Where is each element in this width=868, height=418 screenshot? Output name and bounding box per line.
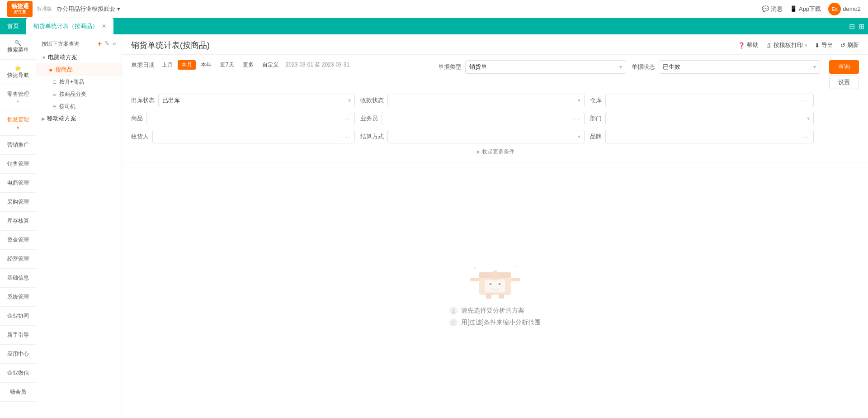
sidebar-collab-label: 企业协同: [2, 312, 34, 320]
help-btn[interactable]: ❓ 帮助: [738, 41, 759, 49]
brand-input[interactable]: ···: [605, 130, 814, 143]
page-actions: ❓ 帮助 🖨 按模板打印 ▾ ⬇ 导出 ↺ 刷新: [738, 41, 859, 49]
type-dropdown-icon: ▾: [619, 64, 622, 70]
scheme-add-icon[interactable]: +: [98, 40, 102, 48]
payment-input[interactable]: ▾: [387, 94, 584, 107]
sidebar: 🔍 搜索菜单 ⭐ 快捷导航 零售管理 ▾ 批发管理 ▴ 营销推广 销售管理 电商…: [0, 34, 36, 418]
department-input[interactable]: ▾: [605, 112, 814, 125]
svg-text:✦: ✦: [513, 264, 517, 269]
svg-rect-11: [499, 294, 504, 299]
sidebar-search-label: 搜索菜单: [2, 46, 34, 54]
sidebar-purchase-label: 采购管理: [2, 198, 34, 206]
sidebar-item-finance[interactable]: 资金管理: [0, 231, 36, 250]
print-icon: 🖨: [766, 42, 772, 49]
sidebar-item-sales[interactable]: 销售管理: [0, 155, 36, 174]
settlement-input[interactable]: ▾: [387, 130, 584, 143]
sidebar-vip-label: 畅会员: [2, 388, 34, 396]
industry-selector[interactable]: 办公用品行业模拟账套 ▾: [57, 5, 120, 13]
tree-item-by-driver[interactable]: ☰ 按司机: [36, 100, 122, 113]
tree-item-by-month-goods[interactable]: ☰ 按月+商品: [36, 76, 122, 88]
settings-button[interactable]: 设置: [829, 76, 859, 89]
tab-expand-icon[interactable]: ⊞: [859, 22, 864, 31]
sidebar-item-collab[interactable]: 企业协同: [0, 307, 36, 326]
sidebar-item-shortcut[interactable]: ⭐ 快捷导航: [0, 60, 36, 85]
tree-group-pc-title[interactable]: ▼ 电脑端方案: [36, 52, 122, 63]
date-label: 单据日期: [131, 61, 155, 69]
help-icon: ❓: [738, 42, 745, 49]
receiver-input[interactable]: ···: [152, 130, 355, 143]
by-category-icon: ☰: [52, 92, 57, 97]
sidebar-item-vip[interactable]: 畅会员: [0, 383, 36, 402]
department-filter: 部门 ▾: [590, 112, 814, 125]
warehouse-label: 仓库: [590, 96, 602, 104]
settlement-filter: 结算方式 ▾: [360, 130, 584, 143]
sidebar-item-retail[interactable]: 零售管理 ▾: [0, 85, 36, 110]
sidebar-item-ecommerce[interactable]: 电商管理: [0, 174, 36, 193]
department-dropdown-icon: ▾: [807, 115, 810, 122]
sidebar-item-search[interactable]: 🔍 搜索菜单: [0, 34, 36, 60]
goods-label: 商品: [131, 114, 143, 123]
sidebar-item-basic[interactable]: 基础信息: [0, 269, 36, 288]
sidebar-item-guide[interactable]: 新手引导: [0, 326, 36, 345]
sidebar-item-system[interactable]: 系统管理: [0, 288, 36, 307]
tree-group-pc-label: 电脑端方案: [48, 53, 77, 62]
svg-point-6: [499, 283, 501, 285]
outbound-input[interactable]: 已出库 ▾: [158, 94, 355, 107]
tab-bar-actions: ⊟ ⊞: [849, 22, 868, 31]
retail-arrow: ▾: [17, 99, 19, 104]
tab-close-icon[interactable]: ✕: [102, 23, 106, 29]
wholesale-arrow: ▴: [17, 124, 19, 129]
tree-item-by-category[interactable]: ☰ 按商品分类: [36, 88, 122, 100]
collapse-up-icon: ∧: [476, 149, 480, 155]
scheme-edit-icon[interactable]: ✎: [104, 40, 110, 48]
date-shortcut-7days[interactable]: 近7天: [217, 60, 238, 70]
query-button[interactable]: 查询: [829, 60, 859, 74]
type-input[interactable]: 销货单 ▾: [465, 60, 627, 74]
content-area: 按以下方案查询 + ✎ « ▼ 电脑端方案 ● 按商品: [36, 34, 868, 418]
by-category-label: 按商品分类: [59, 90, 86, 98]
app-download-btn[interactable]: 📱 App下载: [790, 5, 821, 13]
warehouse-input[interactable]: ···: [605, 94, 814, 107]
date-shortcut-custom[interactable]: 自定义: [259, 60, 282, 70]
by-month-goods-icon: ☰: [52, 80, 57, 85]
username: demo2: [843, 5, 861, 12]
sidebar-system-label: 系统管理: [2, 293, 34, 301]
sidebar-item-wholesale[interactable]: 批发管理 ▴: [0, 110, 36, 136]
svg-rect-2: [485, 280, 505, 292]
tab-minimize-icon[interactable]: ⊟: [849, 22, 855, 31]
tree-item-by-goods[interactable]: ● 按商品: [36, 63, 122, 76]
tab-bar: 首页 销货单统计表（按商品） ✕ ⊟ ⊞: [0, 18, 868, 34]
svg-text:✦: ✦: [509, 274, 512, 278]
date-shortcut-lastmonth[interactable]: 上月: [158, 60, 176, 70]
user-area[interactable]: Ea demo2: [828, 3, 861, 15]
by-driver-icon: ☰: [52, 104, 57, 109]
refresh-icon: ↺: [840, 42, 845, 49]
sidebar-item-wechat[interactable]: 企业微信: [0, 364, 36, 383]
sidebar-item-marketing[interactable]: 营销推广: [0, 136, 36, 155]
sidebar-item-appstore[interactable]: 应用中心: [0, 345, 36, 364]
status-input[interactable]: 已生效 ▾: [659, 60, 820, 74]
export-btn[interactable]: ⬇ 导出: [815, 41, 833, 49]
goods-input[interactable]: ···: [146, 112, 355, 125]
print-btn[interactable]: 🖨 按模板打印 ▾: [766, 41, 807, 49]
tab-statistics[interactable]: 销货单统计表（按商品） ✕: [26, 18, 113, 34]
salesperson-input[interactable]: ···: [382, 112, 584, 125]
industry-arrow: ▾: [117, 5, 120, 12]
type-value: 销货单: [469, 63, 487, 71]
tree-group-mobile-title[interactable]: ▶ 移动端方案: [36, 113, 122, 124]
sidebar-item-purchase[interactable]: 采购管理: [0, 193, 36, 212]
refresh-btn[interactable]: ↺ 刷新: [840, 41, 859, 49]
message-label: 消息: [771, 5, 783, 13]
tab-home[interactable]: 首页: [0, 18, 26, 34]
scheme-collapse-icon[interactable]: «: [113, 40, 116, 48]
date-shortcut-thismonth[interactable]: 本月: [178, 60, 196, 70]
sidebar-basic-label: 基础信息: [2, 274, 34, 282]
tree-group-mobile-arrow: ▶: [42, 116, 45, 121]
date-shortcut-thisyear[interactable]: 本年: [197, 60, 215, 70]
sidebar-item-inventory[interactable]: 库存核算: [0, 212, 36, 231]
message-btn[interactable]: 💬 消息: [762, 5, 783, 13]
date-shortcut-more[interactable]: 更多: [239, 60, 257, 70]
collapse-bar[interactable]: ∧ 收起更多条件: [131, 146, 859, 157]
sidebar-item-operations[interactable]: 经营管理: [0, 250, 36, 269]
svg-rect-10: [486, 294, 491, 299]
